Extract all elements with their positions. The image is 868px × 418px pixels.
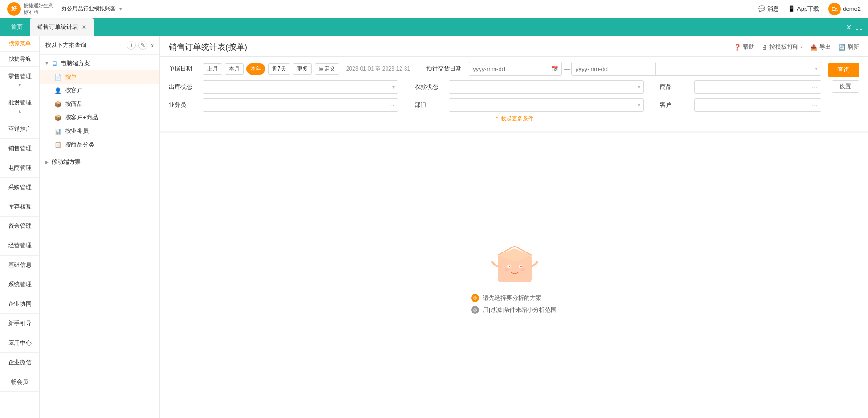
sidebar-item-purchase[interactable]: 采购管理 bbox=[0, 178, 39, 197]
export-button[interactable]: 📤 导出 bbox=[810, 43, 831, 51]
print-button[interactable]: 🖨 按模板打印 ▾ bbox=[762, 43, 803, 51]
retail-arrow: ▾ bbox=[19, 82, 21, 87]
sidebar-item-member[interactable]: 畅会员 bbox=[0, 372, 39, 392]
scheme-by-category-icon: 📋 bbox=[54, 142, 61, 148]
filter-row-3: 业务员 ··· 部门 ▾ 客户 bbox=[169, 98, 821, 112]
breadcrumb-arrow[interactable]: ▾ bbox=[119, 6, 122, 12]
scheme-item-by-customer[interactable]: 👤 按客户 bbox=[40, 84, 159, 97]
salesperson-input-wrap: ··· bbox=[203, 98, 398, 112]
filter-area: 单据日期 上月 本月 本年 近7天 更多 自定义 2023-01-01 至 20… bbox=[160, 57, 868, 131]
export-icon: 📤 bbox=[810, 44, 817, 51]
empty-hint-item-1: ① 请先选择要分析的方案 bbox=[471, 294, 557, 302]
top-bar-right: 💬 消息 📱 App下载 Ea demo2 bbox=[758, 3, 861, 15]
enterprise-label: 企业协同 bbox=[8, 300, 32, 308]
tab-home[interactable]: 首页 bbox=[4, 18, 30, 36]
sidebar-item-inventory[interactable]: 库存核算 bbox=[0, 197, 39, 217]
avatar: Ea bbox=[828, 3, 841, 15]
forecast-end-input[interactable] bbox=[571, 62, 665, 76]
help-button[interactable]: ❓ 帮助 bbox=[734, 43, 755, 51]
scheme-item-by-category[interactable]: 📋 按商品分类 bbox=[40, 138, 159, 152]
collapse-more-btn[interactable]: ⌃ 收起更多条件 bbox=[169, 112, 859, 125]
date-btn-this-year[interactable]: 本年 bbox=[246, 63, 265, 75]
newbie-label: 新手引导 bbox=[8, 319, 32, 328]
page-title-bar: 销售订单统计表(按单) ❓ 帮助 🖨 按模板打印 ▾ 📤 导出 bbox=[160, 36, 868, 57]
retail-label: 零售管理 bbox=[8, 72, 32, 81]
sidebar-item-business[interactable]: 经营管理 bbox=[0, 236, 39, 256]
date-btn-7days[interactable]: 近7天 bbox=[268, 63, 290, 75]
scheme-group-pc-label: 电脑端方案 bbox=[61, 59, 90, 67]
window-close-button[interactable]: ✕ bbox=[846, 23, 852, 32]
date-btn-more[interactable]: 更多 bbox=[293, 63, 312, 75]
sidebar-item-wholesale[interactable]: 批发管理 ▴ bbox=[0, 93, 39, 119]
tab-sales-order-stats[interactable]: 销售订单统计表 ✕ bbox=[30, 18, 94, 36]
scheme-collapse-button[interactable]: « bbox=[150, 42, 154, 49]
forecast-end-wrap: 📅 bbox=[571, 62, 665, 76]
sidebar-quick-nav[interactable]: 快捷导航 bbox=[0, 52, 39, 67]
empty-box-svg bbox=[486, 237, 541, 287]
sidebar-item-sales[interactable]: 销售管理 bbox=[0, 139, 39, 158]
scheme-item-by-salesperson[interactable]: 📊 按业务员 bbox=[40, 124, 159, 138]
date-btn-custom[interactable]: 自定义 bbox=[315, 63, 339, 75]
sidebar-item-wechat[interactable]: 企业微信 bbox=[0, 353, 39, 372]
scheme-item-by-customer-goods[interactable]: 📦 按客户+商品 bbox=[40, 111, 159, 124]
message-icon: 💬 bbox=[758, 5, 765, 12]
app-download-button[interactable]: 📱 App下载 bbox=[788, 5, 819, 13]
sidebar-item-system[interactable]: 系统管理 bbox=[0, 275, 39, 294]
user-menu[interactable]: Ea demo2 bbox=[828, 3, 861, 15]
goods-dots-icon[interactable]: ··· bbox=[812, 83, 817, 90]
scheme-group-pc-arrow: ▶ bbox=[45, 62, 50, 65]
empty-state-icon bbox=[486, 237, 541, 287]
scheme-by-customer-icon: 👤 bbox=[54, 87, 61, 94]
sidebar-item-enterprise[interactable]: 企业协同 bbox=[0, 294, 39, 314]
date-btn-last-month[interactable]: 上月 bbox=[203, 63, 222, 75]
date-btn-this-month[interactable]: 本月 bbox=[225, 63, 244, 75]
scheme-group-mobile-header[interactable]: ▶ 移动端方案 bbox=[40, 155, 159, 169]
calendar-start-icon[interactable]: 📅 bbox=[552, 66, 558, 72]
ship-status-select[interactable] bbox=[203, 80, 398, 94]
finance-label: 资金管理 bbox=[8, 222, 32, 230]
hint-num-1: ① bbox=[471, 294, 479, 302]
sidebar-item-appstore[interactable]: 应用中心 bbox=[0, 333, 39, 353]
date-filter-label: 单据日期 bbox=[169, 65, 196, 73]
sidebar-item-retail[interactable]: 零售管理 ▾ bbox=[0, 67, 39, 93]
scheme-edit-button[interactable]: ✎ bbox=[138, 41, 147, 50]
customer-input[interactable] bbox=[694, 98, 821, 112]
sidebar-item-basic[interactable]: 基础信息 bbox=[0, 256, 39, 275]
goods-input[interactable] bbox=[694, 80, 821, 94]
scheme-group-pc-header[interactable]: ▶ 🖥 电脑端方案 bbox=[40, 57, 159, 70]
sidebar-item-finance[interactable]: 资金管理 bbox=[0, 217, 39, 236]
sidebar-item-marketing[interactable]: 营销推广 bbox=[0, 119, 39, 139]
pay-status-select[interactable] bbox=[449, 80, 644, 94]
message-button[interactable]: 💬 消息 bbox=[758, 5, 779, 13]
customer-dots-icon[interactable]: ··· bbox=[812, 101, 817, 109]
scheme-item-by-goods[interactable]: 📦 按商品 bbox=[40, 97, 159, 111]
dept-select[interactable] bbox=[449, 98, 644, 112]
svg-point-5 bbox=[505, 268, 509, 271]
scheme-by-order-icon: 📄 bbox=[54, 74, 61, 81]
pay-status-label: 收款状态 bbox=[415, 83, 442, 91]
tab-window-controls: ✕ ⛶ bbox=[846, 23, 868, 32]
sidebar-search[interactable]: 搜索菜单 bbox=[0, 36, 39, 52]
status-select[interactable] bbox=[655, 62, 821, 76]
query-button[interactable]: 查询 bbox=[828, 63, 859, 77]
query-btn-group: 查询 设置 bbox=[828, 62, 859, 93]
scheme-add-button[interactable]: + bbox=[127, 41, 136, 50]
scheme-group-mobile-arrow: ▶ bbox=[45, 160, 49, 165]
wholesale-label: 批发管理 bbox=[8, 99, 32, 107]
refresh-button[interactable]: 🔄 刷新 bbox=[838, 43, 859, 51]
salesperson-label: 业务员 bbox=[169, 101, 196, 109]
forecast-date-picker: 📅 — 📅 bbox=[469, 62, 604, 76]
salesperson-dots-icon[interactable]: ··· bbox=[389, 101, 395, 109]
window-maximize-button[interactable]: ⛶ bbox=[855, 23, 863, 31]
settings-button[interactable]: 设置 bbox=[832, 80, 859, 93]
scheme-header: 按以下方案查询 + ✎ « bbox=[40, 36, 159, 55]
filter-main: 单据日期 上月 本月 本年 近7天 更多 自定义 2023-01-01 至 20… bbox=[169, 62, 821, 112]
forecast-start-input[interactable] bbox=[469, 62, 562, 76]
salesperson-input[interactable] bbox=[203, 98, 398, 112]
tab-close-button[interactable]: ✕ bbox=[82, 24, 86, 30]
logo-area: 好 畅捷通好生意 标准版 bbox=[7, 2, 53, 16]
sidebar-item-newbie[interactable]: 新手引导 bbox=[0, 314, 39, 333]
sidebar-item-ecommerce[interactable]: 电商管理 bbox=[0, 158, 39, 178]
scheme-group-pc-icon: 🖥 bbox=[52, 60, 58, 67]
scheme-item-by-order[interactable]: 📄 按单 bbox=[40, 70, 159, 84]
